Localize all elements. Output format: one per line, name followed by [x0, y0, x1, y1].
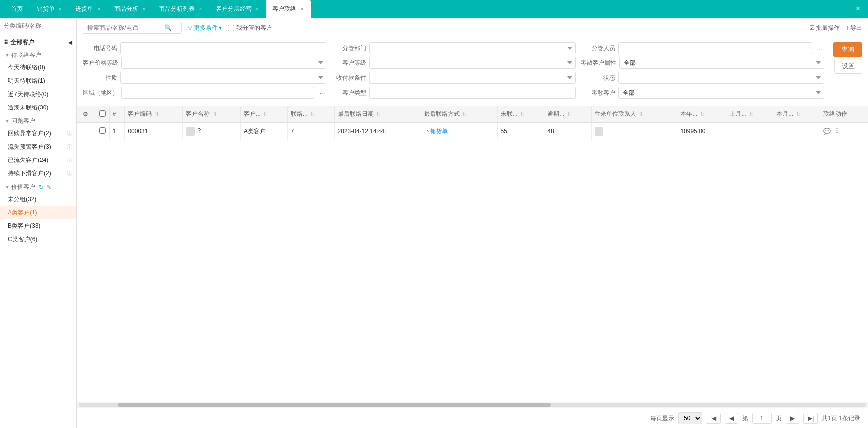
prev-page-button[interactable]: ◀ — [725, 413, 738, 424]
nav-home[interactable]: 首页 — [4, 0, 30, 18]
horizontal-scrollbar[interactable] — [77, 402, 868, 408]
sidebar-item-today-pending[interactable]: 今天待联络(0) — [0, 61, 76, 74]
person-more-btn[interactable]: ··· — [815, 45, 824, 52]
phone-input[interactable] — [120, 42, 326, 54]
my-customer-checkbox-label[interactable]: 我分管的客户 — [228, 24, 272, 32]
arrow-down-icon-3: ▼ — [5, 184, 10, 190]
table-area: ⚙ # 客户编码 ⇅ 客户名称 ⇅ — [77, 106, 868, 402]
window-close-button[interactable]: × — [852, 4, 864, 13]
edit-icon[interactable]: ✎ — [46, 184, 51, 191]
chat-action-icon[interactable]: 💬 — [823, 128, 831, 135]
filter-search-input[interactable] — [87, 24, 162, 31]
select-all-checkbox[interactable] — [99, 110, 106, 117]
sidebar-item-ungrouped[interactable]: 未分组(32) — [0, 193, 76, 206]
sidebar-item-a-class[interactable]: A类客户(1) — [0, 206, 76, 219]
retail-attr-select[interactable]: 全部 — [619, 57, 824, 69]
close-product-analysis-list-tab[interactable]: × — [199, 6, 202, 12]
info-icon-2: ⓘ — [67, 143, 72, 151]
row-seq: 1 — [109, 123, 125, 140]
filter-more-conditions[interactable]: ▽ 更多条件 ▾ — [188, 24, 222, 32]
refresh-icon[interactable]: ↻ — [39, 184, 44, 191]
page-input[interactable] — [752, 413, 772, 424]
my-customer-checkbox[interactable] — [228, 25, 234, 31]
status-select[interactable] — [618, 72, 824, 84]
th-code[interactable]: 客户编码 ⇅ — [125, 106, 183, 123]
qr-action-icon[interactable]: ⠿ — [835, 128, 839, 135]
th-last-date[interactable]: 最后联络日期 ⇅ — [334, 106, 421, 123]
sidebar-collapse-icon[interactable]: ◀ — [68, 40, 72, 45]
query-button[interactable]: 查询 — [833, 42, 862, 57]
first-page-button[interactable]: |◀ — [706, 413, 721, 424]
export-button[interactable]: ↑ 导出 — [846, 24, 862, 32]
close-customer-segment-tab[interactable]: × — [256, 6, 259, 12]
sidebar-item-repurchase-abnormal[interactable]: 回购异常客户(2) ⓘ — [0, 127, 76, 140]
sidebar-item-declining[interactable]: 持续下滑客户(2) ⓘ — [0, 167, 76, 180]
filter-row-4: 区域（地区） ··· 客户类型 零散客户 全部 — [83, 87, 829, 99]
sidebar-item-tomorrow-pending[interactable]: 明天待联络(1) — [0, 74, 76, 88]
gear-column-header[interactable]: ⚙ — [77, 106, 95, 123]
th-this-month[interactable]: 本月... ⇅ — [773, 106, 820, 123]
row-last-date: 2023-04-12 14:44: — [334, 123, 421, 140]
sidebar-item-week-pending[interactable]: 近7天待联络(0) — [0, 88, 76, 101]
per-page-select[interactable]: 50 — [678, 412, 702, 424]
sidebar-item-loss-warning[interactable]: 流失预警客户(3) ⓘ — [0, 140, 76, 154]
sidebar-section-value[interactable]: ▼ 价值客户 ↻ ✎ — [0, 180, 76, 193]
retail-select[interactable]: 全部 — [618, 87, 824, 99]
th-contact[interactable]: 联络... ⇅ — [287, 106, 334, 123]
sidebar-section-problem[interactable]: ▼ 问题客户 — [0, 114, 76, 127]
payment-select[interactable] — [369, 72, 575, 84]
filter-search-icon[interactable]: 🔍 — [164, 24, 172, 31]
filter-dept: 分管部门 — [331, 42, 580, 54]
filter-action-buttons: 查询 设置 — [833, 42, 862, 102]
sidebar-section-pending[interactable]: ▼ 待联络客户 — [0, 49, 76, 61]
nav-product-analysis-list[interactable]: 商品分析列表 × — [152, 0, 209, 18]
table-row: 1 000031 ? A类客户 7 2023-04-12 14:44: 下销货单 — [77, 123, 868, 140]
close-purchase-tab[interactable]: × — [97, 6, 100, 12]
nav-purchase[interactable]: 进货单 × — [68, 0, 107, 18]
sidebar-search-input[interactable] — [4, 22, 77, 29]
th-overdue[interactable]: 逾期... ⇅ — [544, 106, 592, 123]
th-year-amount[interactable]: 本年... ⇅ — [677, 106, 726, 123]
person-input[interactable] — [618, 42, 812, 54]
sidebar-all-customers-header[interactable]: ⠿ 全部客户 ◀ — [0, 34, 76, 49]
last-page-button[interactable]: ▶| — [803, 413, 818, 424]
payment-label: 收付款条件 — [331, 74, 366, 82]
th-contact-person[interactable]: 往来单位联系人 ⇅ — [592, 106, 677, 123]
nav-customer-segment[interactable]: 客户分层经营 × — [209, 0, 266, 18]
nav-product-analysis[interactable]: 商品分析 × — [108, 0, 152, 18]
info-icon-4: ⓘ — [67, 170, 72, 177]
region-input[interactable] — [121, 87, 314, 99]
th-last-method[interactable]: 最后联络方式 ⇅ — [421, 106, 497, 123]
status-label: 状态 — [581, 74, 615, 82]
th-last-month[interactable]: 上月... ⇅ — [726, 106, 773, 123]
scrollbar-thumb[interactable] — [118, 403, 551, 407]
next-page-button[interactable]: ▶ — [786, 413, 799, 424]
nav-sales[interactable]: 销货单 × — [30, 0, 68, 18]
th-name[interactable]: 客户名称 ⇅ — [183, 106, 241, 123]
filter-price-level: 客户价格等级 — [83, 57, 331, 69]
dept-select[interactable] — [369, 42, 575, 54]
customer-level-select[interactable] — [369, 57, 575, 69]
region-more-btn[interactable]: ··· — [317, 89, 326, 97]
settings-button[interactable]: 设置 — [834, 59, 862, 74]
sidebar-item-lost[interactable]: 已流失客户(24) ⓘ — [0, 154, 76, 167]
price-level-select[interactable] — [121, 57, 326, 69]
th-type[interactable]: 客户... ⇅ — [240, 106, 287, 123]
th-not-contact[interactable]: 未联... ⇅ — [497, 106, 544, 123]
page-suffix: 页 — [776, 414, 782, 423]
row-contact-person — [592, 123, 677, 140]
checkbox-column-header[interactable] — [95, 106, 109, 123]
close-product-analysis-tab[interactable]: × — [142, 6, 145, 12]
customer-type-input[interactable] — [369, 87, 575, 99]
nav-customer-contact[interactable]: 客户联络 × — [266, 0, 310, 18]
sidebar-item-overdue-pending[interactable]: 逾期未联络(30) — [0, 101, 76, 114]
sidebar-item-b-class[interactable]: B类客户(33) — [0, 219, 76, 233]
row-actions: 💬 ⠿ — [820, 123, 868, 140]
nature-select[interactable] — [120, 72, 326, 84]
row-checkbox[interactable] — [99, 127, 106, 134]
close-customer-contact-tab[interactable]: × — [300, 6, 303, 12]
batch-operation-button[interactable]: ☑ 批量操作 — [809, 24, 840, 32]
close-sales-tab[interactable]: × — [58, 6, 61, 12]
sidebar-item-c-class[interactable]: C类客户(6) — [0, 233, 76, 246]
last-method-link[interactable]: 下销货单 — [424, 128, 448, 135]
